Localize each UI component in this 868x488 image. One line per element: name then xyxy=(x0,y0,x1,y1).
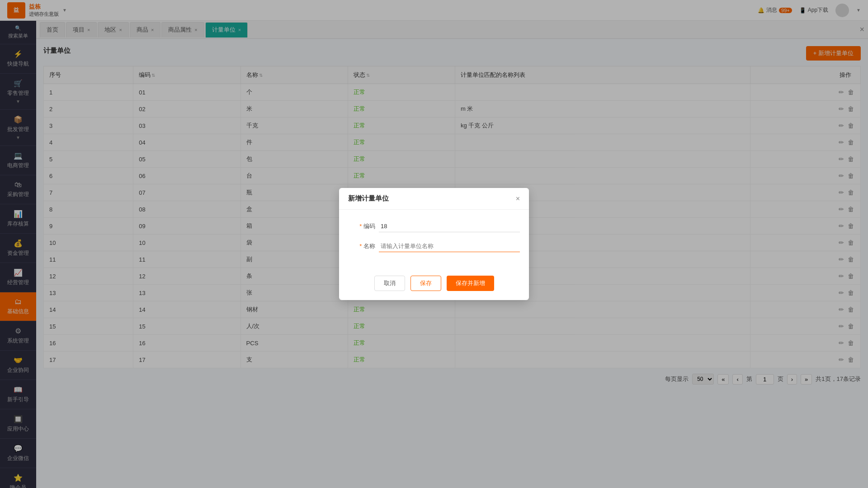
modal-title: 新增计量单位 xyxy=(348,194,389,203)
add-unit-modal: 新增计量单位 × 编码 名称 取消 保存 保存并新增 xyxy=(339,188,529,300)
cancel-button[interactable]: 取消 xyxy=(374,276,405,291)
code-input[interactable] xyxy=(379,221,520,232)
code-label: 编码 xyxy=(348,222,375,230)
modal-body: 编码 名称 xyxy=(339,210,529,271)
name-label: 名称 xyxy=(348,242,375,250)
code-form-row: 编码 xyxy=(348,221,520,232)
modal-close-btn[interactable]: × xyxy=(516,195,520,203)
name-input[interactable] xyxy=(379,240,520,252)
modal-overlay: 新增计量单位 × 编码 名称 取消 保存 保存并新增 xyxy=(0,0,868,488)
name-form-row: 名称 xyxy=(348,240,520,252)
modal-footer: 取消 保存 保存并新增 xyxy=(339,271,529,300)
save-button[interactable]: 保存 xyxy=(410,276,441,291)
modal-header: 新增计量单位 × xyxy=(339,188,529,210)
save-and-new-button[interactable]: 保存并新增 xyxy=(447,276,494,291)
